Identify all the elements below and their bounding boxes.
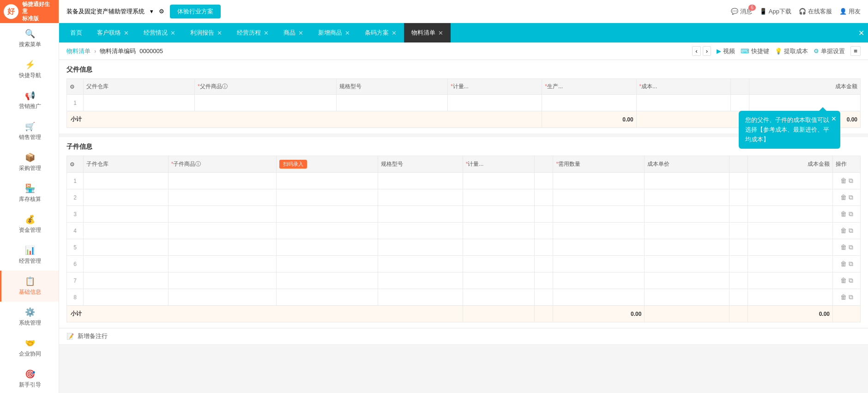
tab-barcode-close[interactable]: ✕	[392, 30, 397, 36]
delete-icon[interactable]: 🗑	[840, 210, 847, 218]
tab-customer-close[interactable]: ✕	[124, 30, 129, 36]
prev-button[interactable]: ‹	[692, 46, 700, 56]
child-row-1-unit[interactable]	[463, 173, 535, 189]
child-col-settings[interactable]: ⚙	[67, 156, 84, 173]
shortcut-action[interactable]: ⌨ 快捷键	[741, 47, 769, 55]
add-note-icon: 📝	[66, 333, 74, 340]
sidebar-item-sales[interactable]: 🛒 销售管理	[0, 116, 59, 147]
tab-bom[interactable]: 物料清单 ✕	[404, 23, 451, 42]
scan-button[interactable]: 扫码录入	[279, 160, 307, 169]
settings-icon[interactable]: ⚙	[159, 8, 164, 15]
parent-col-settings[interactable]: ⚙	[67, 79, 84, 95]
view-action[interactable]: ▶ 视频	[717, 47, 735, 55]
user-item[interactable]: 👤 用友	[839, 7, 861, 16]
finance-icon: 💰	[25, 214, 35, 224]
list-view-button[interactable]: ≡	[850, 46, 861, 56]
breadcrumb-link[interactable]: 物料清单	[66, 47, 90, 55]
tab-goods[interactable]: 商品 ✕	[276, 23, 311, 42]
parent-cell-warehouse[interactable]	[84, 95, 195, 111]
tab-history[interactable]: 经营历程 ✕	[229, 23, 276, 42]
app-download-item[interactable]: 📱 App下载	[760, 7, 791, 16]
tab-goods-close[interactable]: ✕	[298, 30, 303, 36]
tab-add-goods[interactable]: 新增商品 ✕	[311, 23, 357, 42]
tab-customer[interactable]: 客户联络 ✕	[90, 23, 136, 42]
sidebar-item-inventory[interactable]: 🏪 库存核算	[0, 178, 59, 209]
delete-icon[interactable]: 🗑	[840, 277, 847, 284]
user-label: 用友	[849, 7, 861, 16]
delete-icon[interactable]: 🗑	[840, 193, 847, 201]
table-row: 6 🗑⧉	[67, 256, 861, 272]
tab-bom-close[interactable]: ✕	[438, 30, 443, 36]
delete-icon[interactable]: 🗑	[840, 260, 847, 268]
tab-barcode[interactable]: 条码方案 ✕	[357, 23, 404, 42]
trial-button[interactable]: 体验行业方案	[170, 5, 221, 18]
tab-operation-status[interactable]: 经营情况 ✕	[136, 23, 183, 42]
sidebar-item-marketing[interactable]: 📢 营销推广	[0, 85, 59, 116]
tooltip-close[interactable]: ✕	[831, 114, 837, 124]
message-item[interactable]: 💬 消息 6	[731, 7, 752, 16]
sidebar-item-label: 系统管理	[19, 319, 41, 327]
parent-cell-production[interactable]	[542, 95, 636, 111]
close-all-tabs[interactable]: ✕	[858, 29, 864, 37]
main-content: 装备及固定资产辅助管理系统 ▾ ⚙ 体验行业方案 💬 消息 6 📱 App下载 …	[59, 0, 868, 393]
delete-icon[interactable]: 🗑	[840, 227, 847, 235]
online-service-item[interactable]: 🎧 在线客服	[799, 7, 832, 16]
child-subtotal-label: 小计	[67, 306, 463, 322]
child-row-2-actions: 🗑⧉	[833, 189, 861, 206]
sidebar-item-label: 企业协同	[19, 350, 41, 358]
next-button[interactable]: ›	[703, 46, 711, 56]
tab-op-label: 经营情况	[144, 29, 168, 37]
sidebar-item-guide[interactable]: 🎯 新手引导	[0, 363, 59, 393]
child-row-7-actions: 🗑⧉	[833, 272, 861, 289]
copy-icon[interactable]: ⧉	[849, 210, 853, 218]
child-row-1-quantity[interactable]	[553, 173, 645, 189]
parent-cell-cost[interactable]	[636, 95, 730, 111]
delete-icon[interactable]: 🗑	[840, 243, 847, 251]
copy-icon[interactable]: ⧉	[849, 227, 853, 235]
table-row: 1 🗑 ⧉	[67, 173, 861, 189]
add-note-label[interactable]: 新增备注行	[78, 332, 108, 340]
sidebar-item-enterprise[interactable]: 🤝 企业协同	[0, 333, 59, 363]
sidebar-item-purchase[interactable]: 📦 采购管理	[0, 147, 59, 178]
tab-profit-close[interactable]: ✕	[217, 30, 222, 36]
parent-cell-extra	[730, 95, 749, 111]
delete-icon[interactable]: 🗑	[840, 177, 847, 185]
parent-cell-goods[interactable]	[195, 95, 337, 111]
child-col-scan[interactable]: 扫码录入	[276, 156, 378, 173]
sidebar-item-basic-info[interactable]: 📋 基础信息	[0, 271, 59, 302]
copy-icon[interactable]: ⧉	[849, 243, 853, 251]
child-col-extra	[535, 156, 553, 173]
delete-icon[interactable]: 🗑	[840, 293, 847, 301]
sidebar-item-label: 搜索菜单	[19, 41, 41, 48]
message-icon: 💬	[731, 8, 738, 15]
copy-icon[interactable]: ⧉	[849, 260, 853, 268]
copy-icon[interactable]: ⧉	[849, 293, 853, 301]
tab-op-close[interactable]: ✕	[170, 30, 175, 36]
child-row-1-goods[interactable]	[168, 173, 276, 189]
parent-cell-unit[interactable]	[448, 95, 542, 111]
sidebar-item-search[interactable]: 🔍 搜索菜单	[0, 23, 59, 54]
child-row-1-warehouse[interactable]	[84, 173, 169, 189]
parent-subtotal-value: 0.00	[542, 111, 636, 128]
tab-add-goods-close[interactable]: ✕	[345, 30, 350, 36]
tab-profit[interactable]: 利润报告 ✕	[183, 23, 229, 42]
extract-cost-action[interactable]: 💡 提取成本	[775, 47, 808, 55]
child-row-1-unit-cost[interactable]	[645, 173, 729, 189]
tab-history-close[interactable]: ✕	[264, 30, 269, 36]
sidebar-item-operations[interactable]: 📊 经营管理	[0, 240, 59, 271]
sidebar-item-label: 采购管理	[19, 164, 41, 172]
child-row-1-spec[interactable]	[378, 173, 463, 189]
copy-icon[interactable]: ⧉	[849, 177, 853, 185]
table-row: 2 🗑⧉	[67, 189, 861, 206]
extract-cost-label: 提取成本	[784, 47, 808, 55]
parent-subtotal-label: 小计	[67, 111, 542, 128]
sidebar-item-quick-nav[interactable]: ⚡ 快捷导航	[0, 54, 59, 85]
sidebar-item-system[interactable]: ⚙️ 系统管理	[0, 302, 59, 333]
single-settings-action[interactable]: ⚙ 单据设置	[814, 47, 845, 55]
parent-cell-spec[interactable]	[337, 95, 448, 111]
sidebar-item-finance[interactable]: 💰 资金管理	[0, 209, 59, 240]
tab-home[interactable]: 首页	[63, 23, 90, 42]
copy-icon[interactable]: ⧉	[849, 193, 853, 201]
breadcrumb-current: 物料清单编码	[100, 47, 136, 55]
copy-icon[interactable]: ⧉	[849, 277, 853, 284]
